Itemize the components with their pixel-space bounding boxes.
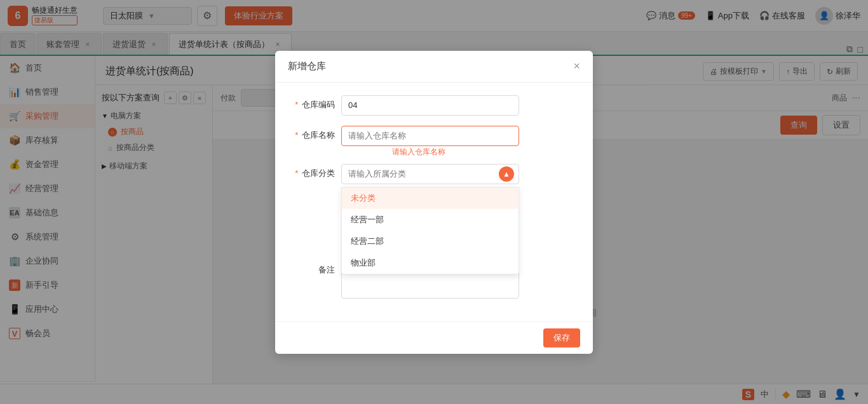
category-dropdown-toggle[interactable]: ▲ — [499, 166, 514, 182]
new-warehouse-modal: 新增仓库 × * 仓库编码 * 仓库名称 请输入仓库名称 — [275, 51, 593, 354]
modal-title: 新增仓库 — [288, 60, 326, 72]
category-dropdown-input[interactable] — [341, 164, 519, 184]
required-star-name: * — [295, 130, 298, 140]
category-dropdown: ▲ 未分类 经营一部 经营二部 物业部 — [341, 164, 519, 184]
warehouse-category-label: * 仓库分类 — [290, 164, 341, 179]
warehouse-name-input[interactable] — [341, 126, 519, 146]
warehouse-code-label: * 仓库编码 — [290, 95, 341, 111]
form-row-category: * 仓库分类 ▲ 未分类 经营一部 经营二部 物业部 — [290, 164, 578, 184]
required-star-category: * — [295, 168, 298, 178]
chevron-up-icon: ▲ — [503, 170, 510, 178]
warehouse-name-label: * 仓库名称 — [290, 126, 341, 141]
dropdown-item-ops1[interactable]: 经营一部 — [342, 209, 519, 231]
modal-overlay[interactable]: 新增仓库 × * 仓库编码 * 仓库名称 请输入仓库名称 — [0, 0, 868, 404]
modal-footer: 保存 — [275, 321, 593, 354]
warehouse-name-wrapper: 请输入仓库名称 — [341, 126, 519, 146]
category-dropdown-list: 未分类 经营一部 经营二部 物业部 — [341, 187, 519, 274]
dropdown-item-unclassified[interactable]: 未分类 — [342, 187, 519, 209]
form-row-code: * 仓库编码 — [290, 95, 578, 116]
dropdown-item-ops2[interactable]: 经营二部 — [342, 231, 519, 252]
warehouse-code-input[interactable] — [341, 95, 519, 116]
form-row-name: * 仓库名称 请输入仓库名称 — [290, 126, 578, 146]
modal-save-btn[interactable]: 保存 — [543, 328, 580, 347]
remark-label: 备注 — [290, 260, 341, 276]
modal-body: * 仓库编码 * 仓库名称 请输入仓库名称 * — [275, 83, 593, 321]
required-star-code: * — [295, 100, 298, 109]
dropdown-item-property[interactable]: 物业部 — [342, 252, 519, 274]
modal-header: 新增仓库 × — [275, 51, 593, 83]
modal-close-btn[interactable]: × — [573, 60, 580, 73]
warehouse-name-error: 请输入仓库名称 — [392, 147, 445, 158]
